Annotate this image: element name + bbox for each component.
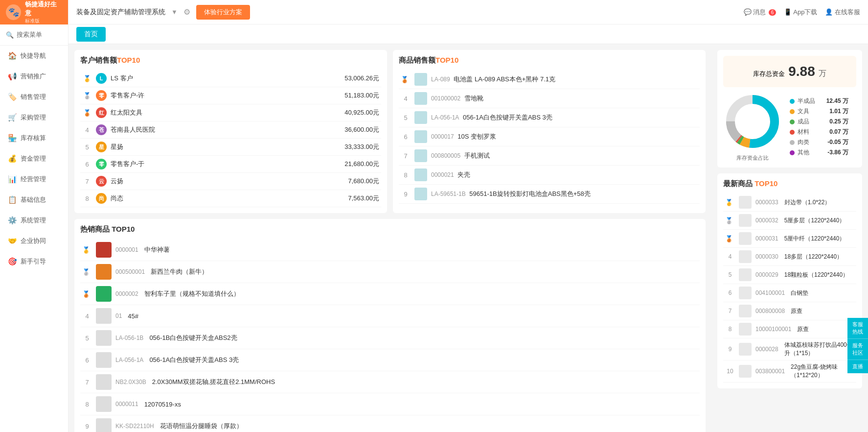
rank-num: 6 bbox=[82, 357, 92, 364]
dropdown-icon[interactable]: ▼ bbox=[171, 8, 178, 16]
float-btn-kefu[interactable]: 客服热线 bbox=[847, 318, 868, 339]
system-title: 装备及固定资产辅助管理系统 bbox=[76, 8, 165, 17]
app-name: 畅捷通好生意 bbox=[25, 0, 62, 18]
customer-name: 零售客户-许 bbox=[111, 91, 341, 100]
product-sales-card: 商品销售额TOP10 🥉 LA-089 电池盖 LA-089 ABS本色+黑种 … bbox=[393, 50, 706, 213]
sidebar-item-operation[interactable]: 📊 经营管理 bbox=[0, 169, 68, 190]
list-item: 🥈 000500001 新西兰牛肉（新牛） bbox=[80, 261, 700, 283]
sidebar-item-inventory[interactable]: 🏪 库存核算 bbox=[0, 128, 68, 148]
sidebar-item-guide[interactable]: 🎯 新手引导 bbox=[0, 251, 68, 272]
sidebar-item-purchase[interactable]: 🛒 采购管理 bbox=[0, 107, 68, 128]
rank-medal: 🥉 bbox=[82, 290, 92, 298]
product-name: 雪地靴 bbox=[464, 95, 483, 102]
nav-icon-base: 📋 bbox=[8, 195, 17, 204]
product-img bbox=[96, 374, 112, 390]
product-info: LA-056-1A 056-1A白色按键开关盖ABS 3壳 bbox=[431, 113, 698, 122]
breadcrumb: 首页 bbox=[69, 24, 868, 44]
sidebar-item-sales[interactable]: 🏷️ 销售管理 bbox=[0, 87, 68, 107]
online-service-btn[interactable]: 👤 在线客服 bbox=[825, 8, 860, 17]
sidebar-item-base[interactable]: 📋 基础信息 bbox=[0, 190, 68, 210]
product-code: 0000001 bbox=[115, 246, 138, 253]
messages-btn[interactable]: 💬 消息 6 bbox=[744, 8, 777, 17]
list-item: 8 0000011 12070519-xs bbox=[80, 393, 700, 415]
rank-badge: 零 bbox=[96, 90, 107, 101]
list-item: 5 LA-056-1B 056-1B白色按键开关盒ABS2壳 bbox=[80, 327, 700, 349]
product-name: 18多层（1220*2440） bbox=[784, 253, 854, 261]
settings-icon[interactable]: ⚙ bbox=[183, 7, 190, 17]
product-img bbox=[96, 396, 112, 412]
rank-medal: 🥉 bbox=[82, 109, 92, 117]
rank-medal: 🥇 bbox=[82, 246, 92, 254]
legend-item: 文具 1.01 万 bbox=[790, 107, 848, 116]
customer-sales-card: 客户销售额TOP10 🥇 L LS 客户 53,006.26元 🥈 零 bbox=[74, 50, 387, 213]
inventory-unit: 万 bbox=[819, 69, 826, 77]
trial-button[interactable]: 体验行业方案 bbox=[196, 5, 250, 20]
product-img bbox=[414, 73, 427, 86]
legend-value: 0.25 万 bbox=[829, 118, 848, 126]
rank-num: 4 bbox=[401, 95, 411, 102]
product-code: LA-056-1B bbox=[115, 335, 143, 341]
rankings-row: 客户销售额TOP10 🥇 L LS 客户 53,006.26元 🥈 零 bbox=[74, 50, 706, 213]
table-row: 6 零 零售客户-于 21,680.00元 bbox=[80, 156, 381, 173]
product-code: 0000031 bbox=[755, 235, 778, 242]
product-name: 体城荔枝味苏打饮品400毫升（1*15） bbox=[784, 341, 854, 358]
nav-icon-operation: 📊 bbox=[8, 175, 17, 184]
hot-products-title: 热销商品 TOP10 bbox=[80, 225, 700, 234]
table-row: 4 苍 苍南县人民医院 36,600.00元 bbox=[80, 121, 381, 139]
product-code: 004100001 bbox=[755, 289, 785, 296]
customer-name: 尚态 bbox=[111, 194, 344, 203]
customer-sales-table: 🥇 L LS 客户 53,006.26元 🥈 零 零售客户-许 51,183.0… bbox=[80, 70, 381, 207]
search-menu-button[interactable]: 🔍 搜索菜单 bbox=[6, 28, 62, 41]
table-row: 🥇 L LS 客户 53,006.26元 bbox=[80, 70, 381, 87]
list-item: 4 0000030 18多层（1220*2440） bbox=[723, 248, 856, 266]
legend-dot bbox=[790, 140, 795, 145]
customer-name: 零售客户-于 bbox=[111, 160, 341, 168]
product-code: 0000028 bbox=[755, 346, 778, 353]
sidebar-item-kuaijie[interactable]: 🏠 快捷导航 bbox=[0, 46, 68, 66]
main-area: 装备及固定资产辅助管理系统 ▼ ⚙ 体验行业方案 💬 消息 6 📱 App下载 … bbox=[69, 0, 868, 432]
rank-num: 6 bbox=[725, 289, 735, 296]
message-badge: 6 bbox=[769, 9, 777, 16]
rank-num: 7 bbox=[725, 308, 735, 314]
product-code: 0000021 bbox=[431, 171, 454, 178]
product-img bbox=[96, 286, 112, 302]
nav-label-purchase: 采购管理 bbox=[21, 113, 46, 122]
product-name: 12070519-xs bbox=[144, 401, 698, 408]
product-info: 0000021 夹壳 bbox=[431, 170, 698, 179]
product-name: 056-1B白色按键开关盒ABS2壳 bbox=[149, 334, 698, 342]
rank-num: 8 bbox=[401, 171, 411, 179]
logo-text-container: 畅捷通好生意 标准版 bbox=[25, 0, 62, 24]
table-row: 8 0000021 夹壳 bbox=[399, 166, 700, 185]
list-item: 4 01 45# bbox=[80, 305, 700, 327]
product-img bbox=[739, 365, 752, 378]
product-img bbox=[739, 287, 752, 299]
float-btn-live[interactable]: 直播 bbox=[847, 360, 868, 373]
nav-icon-inventory: 🏪 bbox=[8, 134, 17, 143]
list-item: 6 004100001 白钢垫 bbox=[723, 284, 856, 302]
sidebar-search-section[interactable]: 🔍 搜索菜单 bbox=[0, 24, 68, 46]
list-item: 7 NB2.0X30B 2.0X30MM双搓花轴,搓花直径2.1MM/ROHS bbox=[80, 371, 700, 393]
nav-icon-marketing: 📢 bbox=[8, 72, 17, 81]
app-download-btn[interactable]: 📱 App下载 bbox=[784, 8, 817, 17]
rank-medal: 🥇 bbox=[725, 199, 735, 206]
table-row: 7 云 云扬 7,680.00元 bbox=[80, 173, 381, 190]
product-img bbox=[96, 418, 112, 432]
customer-amount: 7,563.00元 bbox=[348, 194, 379, 203]
table-row: 🥈 零 零售客户-许 51,183.00元 bbox=[80, 87, 381, 104]
float-btn-service[interactable]: 服务社区 bbox=[847, 339, 868, 360]
rank-badge: 尚 bbox=[96, 193, 107, 204]
list-item: 6 LA-056-1A 056-1A白色按键开关盖ABS 3壳 bbox=[80, 349, 700, 371]
product-name: 新西兰牛肉（新牛） bbox=[151, 267, 698, 276]
sidebar-item-system[interactable]: ⚙️ 系统管理 bbox=[0, 210, 68, 231]
rank-medal: 🥈 bbox=[725, 217, 735, 224]
legend-label: 半成品 bbox=[798, 97, 823, 105]
product-info: 000800005 手机测试 bbox=[431, 151, 698, 160]
sidebar-item-marketing[interactable]: 📢 营销推广 bbox=[0, 66, 68, 87]
sidebar-item-finance[interactable]: 💰 资金管理 bbox=[0, 148, 68, 169]
product-code: LA-056-1A bbox=[431, 114, 459, 121]
nav-label-base: 基础信息 bbox=[21, 195, 46, 204]
sidebar-item-coop[interactable]: 🤝 企业协同 bbox=[0, 231, 68, 251]
nav-icon-guide: 🎯 bbox=[8, 257, 17, 266]
product-img bbox=[739, 214, 752, 227]
breadcrumb-home[interactable]: 首页 bbox=[76, 27, 106, 42]
